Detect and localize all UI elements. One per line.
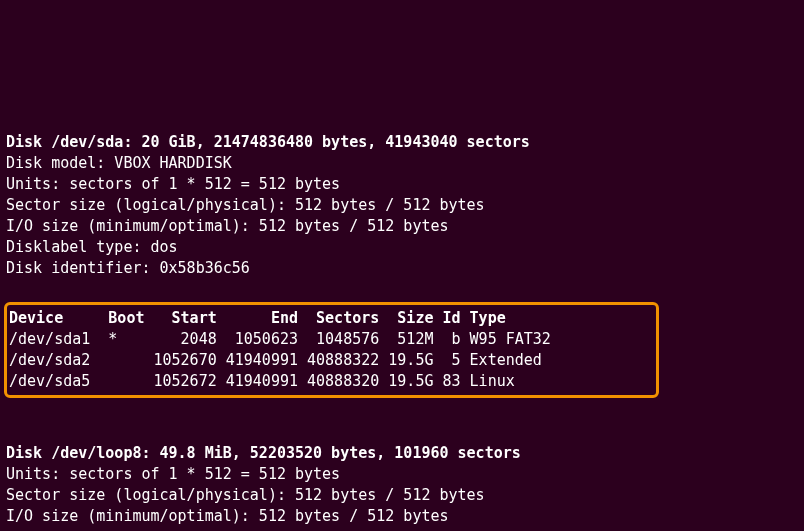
disk-loop8-header: Disk /dev/loop8: 49.8 MiB, 52203520 byte…: [6, 444, 521, 462]
disk-sda-sector-size: Sector size (logical/physical): 512 byte…: [6, 196, 485, 214]
partition-table-highlight: Device Boot Start End Sectors Size Id Ty…: [4, 302, 659, 398]
disk-sda-io-size: I/O size (minimum/optimal): 512 bytes / …: [6, 217, 449, 235]
disk-sda-units: Units: sectors of 1 * 512 = 512 bytes: [6, 175, 340, 193]
disk-sda-identifier: Disk identifier: 0x58b36c56: [6, 259, 250, 277]
disk-sda-header: Disk /dev/sda: 20 GiB, 21474836480 bytes…: [6, 133, 530, 151]
disk-loop8-sector-size: Sector size (logical/physical): 512 byte…: [6, 486, 485, 504]
disk-loop8-units: Units: sectors of 1 * 512 = 512 bytes: [6, 465, 340, 483]
disk-sda-label-type: Disklabel type: dos: [6, 238, 178, 256]
table-row: /dev/sda2 1052670 41940991 40888322 19.5…: [9, 351, 542, 369]
disk-loop8-io-size: I/O size (minimum/optimal): 512 bytes / …: [6, 507, 449, 525]
disk-sda-model: Disk model: VBOX HARDDISK: [6, 154, 232, 172]
table-row: /dev/sda1 * 2048 1050623 1048576 512M b …: [9, 330, 551, 348]
table-row: /dev/sda5 1052672 41940991 40888320 19.5…: [9, 372, 515, 390]
terminal-output: Disk /dev/sda: 20 GiB, 21474836480 bytes…: [0, 105, 804, 531]
partition-table-header: Device Boot Start End Sectors Size Id Ty…: [9, 309, 506, 327]
